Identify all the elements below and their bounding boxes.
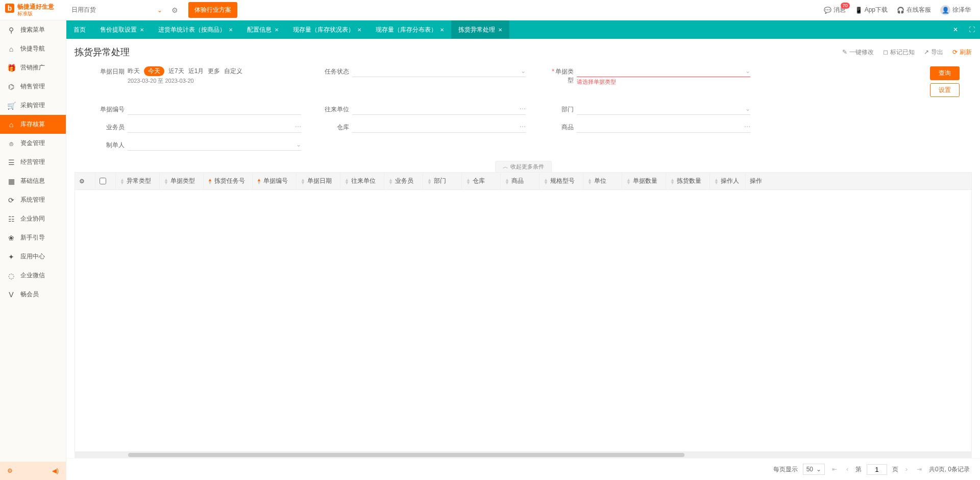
sidebar-item-10[interactable]: ☷企业协同 xyxy=(0,209,66,228)
mark-known-button[interactable]: ◻ 标记已知 xyxy=(883,48,915,57)
salesman-input[interactable] xyxy=(128,122,301,133)
tab-fullscreen-button[interactable]: ⛶ xyxy=(964,26,980,33)
column-pick_qty[interactable]: ▲▼拣货数量 xyxy=(666,173,710,189)
sidebar-item-8[interactable]: ▦基础信息 xyxy=(0,172,66,190)
query-button[interactable]: 查询 xyxy=(930,66,960,80)
task-status-input[interactable] xyxy=(352,66,526,77)
settings-icon[interactable]: ⚙ xyxy=(7,467,13,474)
sidebar-item-2[interactable]: 🎁营销推广 xyxy=(0,58,66,77)
next-page-button[interactable]: › xyxy=(903,466,910,473)
sidebar-item-label: 营销推广 xyxy=(20,63,45,72)
category-select[interactable]: 日用百货 ⌄ xyxy=(71,6,162,14)
page-input[interactable] xyxy=(867,464,887,475)
doc-type-input[interactable] xyxy=(577,66,750,77)
tab-3[interactable]: 配置信息✕ xyxy=(240,20,286,39)
sidebar-item-7[interactable]: ☰经营管理 xyxy=(0,153,66,172)
sidebar-item-0[interactable]: ⚲搜索菜单 xyxy=(0,20,66,39)
sidebar-item-11[interactable]: ❀新手引导 xyxy=(0,228,66,247)
column-partner[interactable]: ▲▼往来单位 xyxy=(340,173,384,189)
column-operator[interactable]: ▲▼操作人 xyxy=(710,173,746,189)
per-page-select[interactable]: 50 ⌄ xyxy=(803,464,825,475)
column-label: 异常类型 xyxy=(127,177,151,185)
batch-edit-button[interactable]: ✎ 一键修改 xyxy=(842,48,874,57)
column-task_no[interactable]: ▲▼拣货任务号 xyxy=(204,173,253,189)
sidebar-item-5[interactable]: ⌂库存核算 xyxy=(0,115,66,134)
ellipsis-icon[interactable]: ⋯ xyxy=(744,123,750,130)
column-warehouse[interactable]: ▲▼仓库 xyxy=(462,173,501,189)
ellipsis-icon[interactable]: ⋯ xyxy=(295,123,301,130)
sidebar-item-14[interactable]: V畅会员 xyxy=(0,285,66,304)
close-icon[interactable]: ✕ xyxy=(498,27,502,33)
tab-0[interactable]: 首页 xyxy=(66,20,93,39)
warehouse-input[interactable] xyxy=(352,122,526,133)
experience-button[interactable]: 体验行业方案 xyxy=(188,2,237,18)
sidebar-item-1[interactable]: ⌂快捷导航 xyxy=(0,39,66,58)
refresh-button[interactable]: ⟳ 刷新 xyxy=(952,48,972,57)
column-unit[interactable]: ▲▼单位 xyxy=(583,173,622,189)
dept-input[interactable] xyxy=(577,104,750,115)
tab-1[interactable]: 售价提取设置✕ xyxy=(93,20,151,39)
scrollbar-thumb[interactable] xyxy=(128,453,684,457)
app-download-button[interactable]: 📱 App下载 xyxy=(855,6,888,14)
chevron-down-icon[interactable]: ⌄ xyxy=(745,105,750,112)
column-doc_no[interactable]: ▲▼单据编号 xyxy=(253,173,297,189)
table-header: ⚙▲▼异常类型▲▼单据类型▲▼拣货任务号▲▼单据编号▲▼单据日期▲▼往来单位▲▼… xyxy=(75,173,971,190)
sidebar-item-12[interactable]: ✦应用中心 xyxy=(0,247,66,266)
column-doc_qty[interactable]: ▲▼单据数量 xyxy=(622,173,666,189)
gear-icon[interactable]: ⚙ xyxy=(172,6,178,14)
chip-last1m[interactable]: 近1月 xyxy=(188,67,204,76)
tab-4[interactable]: 现存量（库存状况表）✕ xyxy=(286,20,369,39)
select-all-checkbox[interactable] xyxy=(100,178,106,184)
chip-custom[interactable]: 自定义 xyxy=(224,67,242,76)
sidebar-item-6[interactable]: ⌾资金管理 xyxy=(0,134,66,153)
close-icon[interactable]: ✕ xyxy=(357,27,361,33)
tab-label: 首页 xyxy=(74,26,86,34)
column-spec[interactable]: ▲▼规格型号 xyxy=(540,173,583,189)
column-doc_type[interactable]: ▲▼单据类型 xyxy=(160,173,204,189)
column-product[interactable]: ▲▼商品 xyxy=(501,173,540,189)
tab-5[interactable]: 现存量（库存分布表）✕ xyxy=(369,20,451,39)
collapse-filters-button[interactable]: ︿ 收起更多条件 xyxy=(495,161,552,172)
online-service-button[interactable]: 🎧 在线客服 xyxy=(897,6,931,14)
column-abn_type[interactable]: ▲▼异常类型 xyxy=(116,173,160,189)
first-page-button[interactable]: ⇤ xyxy=(830,466,839,473)
sidebar-item-3[interactable]: ⌬销售管理 xyxy=(0,77,66,96)
tabs-bar: 首页售价提取设置✕进货单统计表（按商品）✕配置信息✕现存量（库存状况表）✕现存量… xyxy=(66,20,980,39)
sidebar-item-13[interactable]: ◌企业微信 xyxy=(0,266,66,285)
sidebar-item-4[interactable]: 🛒采购管理 xyxy=(0,96,66,115)
tab-2[interactable]: 进货单统计表（按商品）✕ xyxy=(151,20,240,39)
prev-page-button[interactable]: ‹ xyxy=(844,466,850,473)
chip-more[interactable]: 更多 xyxy=(208,67,220,76)
sidebar-item-9[interactable]: ⟳系统管理 xyxy=(0,190,66,209)
column-salesman[interactable]: ▲▼业务员 xyxy=(384,173,423,189)
column-dept[interactable]: ▲▼部门 xyxy=(423,173,462,189)
chevron-down-icon[interactable]: ⌄ xyxy=(296,141,301,148)
last-page-button[interactable]: ⇥ xyxy=(915,466,924,473)
column-doc_date[interactable]: ▲▼单据日期 xyxy=(297,173,340,189)
close-icon[interactable]: ✕ xyxy=(440,27,444,33)
partner-input[interactable] xyxy=(352,104,526,115)
chip-today[interactable]: 今天 xyxy=(144,66,164,76)
chip-last7[interactable]: 近7天 xyxy=(168,67,184,76)
chevron-down-icon[interactable]: ⌄ xyxy=(521,67,526,75)
ellipsis-icon[interactable]: ⋯ xyxy=(520,123,526,130)
logo: b 畅捷通好生意 标准版 xyxy=(0,2,66,18)
chevron-down-icon[interactable]: ⌄ xyxy=(745,67,750,75)
ellipsis-icon[interactable]: ⋯ xyxy=(520,105,526,112)
close-icon[interactable]: ✕ xyxy=(229,27,233,33)
export-button[interactable]: ↗ 导出 xyxy=(924,48,943,57)
close-icon[interactable]: ✕ xyxy=(140,27,144,33)
product-input[interactable] xyxy=(577,122,750,133)
user-menu[interactable]: 👤 徐泽华 xyxy=(940,5,971,15)
creator-input[interactable] xyxy=(128,140,301,151)
tab-close-all-button[interactable]: ✕ xyxy=(947,26,964,33)
setting-button[interactable]: 设置 xyxy=(930,83,960,97)
collapse-sidebar-icon[interactable]: ◀) xyxy=(52,467,59,474)
horizontal-scrollbar[interactable] xyxy=(75,452,972,458)
tab-6[interactable]: 拣货异常处理✕ xyxy=(451,20,509,39)
chip-yesterday[interactable]: 昨天 xyxy=(128,67,140,76)
doc-no-input[interactable] xyxy=(128,104,301,115)
close-icon[interactable]: ✕ xyxy=(275,27,279,33)
messages-button[interactable]: 💬 消息 70 xyxy=(824,6,846,14)
sidebar-icon: ⌾ xyxy=(7,139,15,148)
